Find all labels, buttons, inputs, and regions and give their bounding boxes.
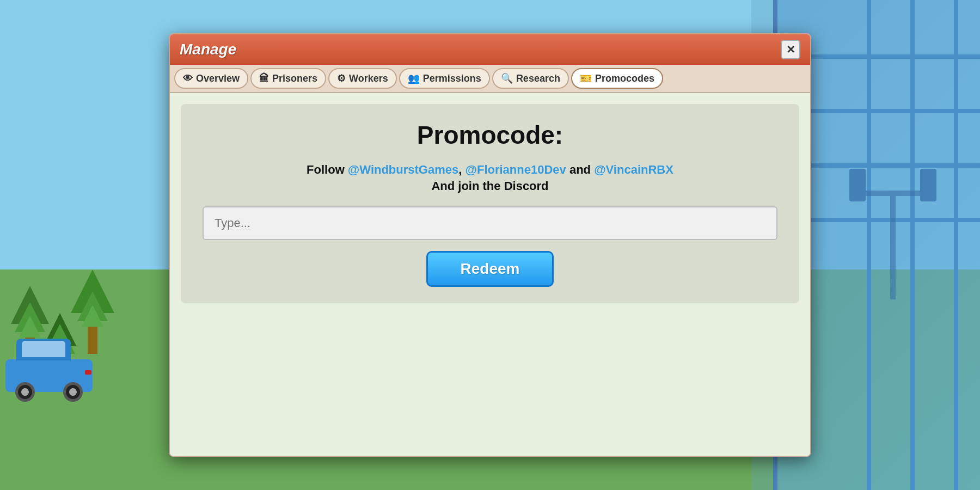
follow-link1[interactable]: @WindburstGames — [348, 163, 458, 176]
follow-prefix: Follow — [307, 163, 348, 176]
promocode-title: Promocode: — [203, 120, 777, 150]
follow-link2[interactable]: @Florianne10Dev — [465, 163, 566, 176]
tab-prisoners-label: Prisoners — [272, 73, 317, 84]
research-icon: 🔍 — [501, 72, 513, 84]
promocodes-icon: 🎫 — [580, 72, 592, 84]
overview-icon: 👁 — [183, 73, 193, 84]
tab-overview[interactable]: 👁 Overview — [174, 68, 248, 89]
workers-icon: ⚙ — [337, 72, 346, 84]
redeem-button[interactable]: Redeem — [426, 251, 554, 287]
tab-workers-label: Workers — [349, 73, 388, 84]
follow-link3[interactable]: @VincainRBX — [594, 163, 673, 176]
follow-and: and — [566, 163, 594, 176]
tab-permissions[interactable]: 👥 Permissions — [399, 68, 490, 89]
tab-research-label: Research — [516, 73, 560, 84]
tab-bar: 👁 Overview 🏛 Prisoners ⚙ Workers 👥 Permi… — [170, 65, 810, 93]
tab-overview-label: Overview — [196, 73, 240, 84]
manage-modal: Manage ✕ 👁 Overview 🏛 Prisoners ⚙ Worker… — [169, 33, 811, 457]
tab-workers[interactable]: ⚙ Workers — [328, 68, 397, 89]
modal-titlebar: Manage ✕ — [170, 34, 810, 65]
modal-overlay: Manage ✕ 👁 Overview 🏛 Prisoners ⚙ Worker… — [0, 0, 980, 490]
prisoners-icon: 🏛 — [259, 73, 269, 84]
modal-content: Promocode: Follow @WindburstGames, @Flor… — [170, 104, 810, 456]
promocode-input[interactable] — [203, 206, 777, 240]
modal-title: Manage — [180, 41, 236, 58]
tab-prisoners[interactable]: 🏛 Prisoners — [250, 68, 326, 89]
tab-promocodes[interactable]: 🎫 Promocodes — [571, 68, 663, 89]
modal-empty-area — [170, 314, 810, 456]
tab-promocodes-label: Promocodes — [595, 73, 654, 84]
tab-permissions-label: Permissions — [423, 73, 481, 84]
discord-text: And join the Discord — [203, 179, 777, 193]
follow-text: Follow @WindburstGames, @Florianne10Dev … — [203, 163, 777, 177]
close-button[interactable]: ✕ — [781, 40, 800, 59]
follow-separator: , — [458, 163, 465, 176]
permissions-icon: 👥 — [408, 72, 420, 84]
promocode-section: Promocode: Follow @WindburstGames, @Flor… — [181, 104, 799, 303]
tab-research[interactable]: 🔍 Research — [492, 68, 569, 89]
